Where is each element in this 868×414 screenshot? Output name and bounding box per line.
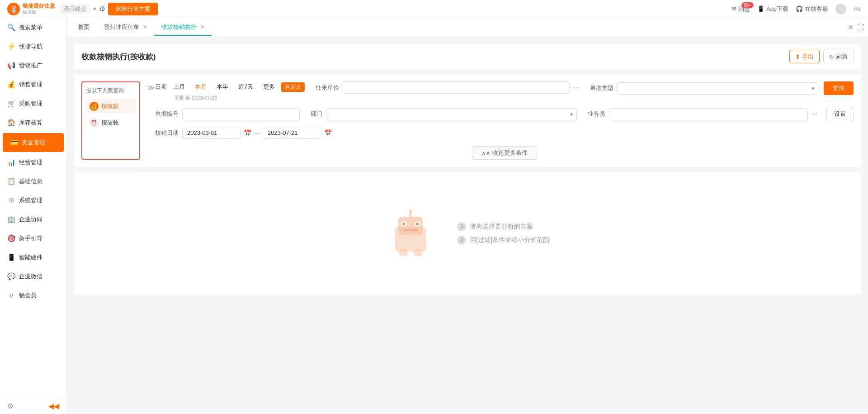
date-more[interactable]: 更多 [259, 81, 278, 92]
online-service-btn[interactable]: 🎧 在线客服 [796, 5, 828, 13]
system-icon: ⚙ [7, 196, 15, 205]
sidebar-item-quick-nav[interactable]: ⚡ 快捷导航 [0, 37, 66, 56]
empty-state-container: ① 请先选择要分析的方案 ② 用[过滤]条件来缩小分析范围 [74, 172, 861, 295]
sidebar-item-search[interactable]: 🔍 搜索菜单 [0, 18, 66, 37]
app-name: 畅捷通好生意 [23, 3, 55, 9]
department-select[interactable] [326, 108, 577, 120]
message-btn[interactable]: ✉ 消息 99+ [731, 5, 750, 13]
phone-icon: 📱 [757, 5, 764, 12]
chevron-up-icon: ∧∧ [481, 150, 491, 157]
counterparty-field: 往来单位 ··· [316, 81, 579, 94]
filter-option-by-receivable[interactable]: ⏰ 按应收 [86, 115, 136, 130]
message-badge: 99+ [741, 2, 754, 8]
marketing-icon: 📢 [7, 62, 15, 70]
main-layout: 🔍 搜索菜单 ⚡ 快捷导航 📢 营销推广 💰 销售管理 🛒 采购管理 🏠 库存核… [0, 18, 868, 414]
setting-button[interactable]: 设置 [826, 107, 854, 121]
page-header: 收款核销执行(按收款) ⬆ 导出 ↻ 刷新 [74, 44, 861, 69]
date-last-month[interactable]: 上月 [170, 81, 189, 92]
sales-person-ellipsis[interactable]: ··· [811, 110, 817, 118]
empty-robot-icon [386, 209, 435, 258]
filter-sidebar: 按以下方案查询 💰 按收款 ⏰ 按应收 [81, 81, 140, 160]
tab-prepay-close[interactable]: ✕ [143, 24, 147, 30]
verify-date-end[interactable] [263, 127, 321, 139]
search-icon: 🔍 [7, 24, 15, 32]
sidebar-item-system[interactable]: ⚙ 系统管理 [0, 191, 66, 210]
query-button[interactable]: 查询 [824, 81, 854, 95]
basic-info-icon: 📋 [7, 177, 15, 186]
sidebar-item-wechat[interactable]: 💬 企业微信 [0, 267, 66, 286]
sales-person-input[interactable] [609, 108, 808, 120]
app-download-btn[interactable]: 📱 App下载 [757, 5, 788, 13]
purchase-icon: 🛒 [7, 100, 15, 108]
finance-icon: 💳 [10, 138, 18, 147]
sidebar-settings-icon[interactable]: ⚙ [7, 402, 14, 410]
sidebar-item-purchase[interactable]: 🛒 采购管理 [0, 94, 66, 113]
page-title: 收款核销执行(按收款) [81, 52, 156, 62]
filter-panel: 按以下方案查询 💰 按收款 ⏰ 按应收 ≫ [74, 74, 861, 167]
tab-prepay[interactable]: 预付冲应付单 ✕ [97, 19, 154, 36]
date-custom-badge[interactable]: 自定义 [281, 82, 305, 92]
svg-point-4 [402, 223, 405, 225]
refresh-icon: ↻ [829, 53, 834, 60]
sidebar-item-basic-info[interactable]: 📋 基础信息 [0, 172, 66, 191]
empty-tip-2: ② 用[过滤]条件来缩小分析范围 [457, 236, 549, 245]
more-conditions-btn[interactable]: ∧∧ 收起更多条件 [472, 146, 537, 160]
verify-date-end-icon[interactable]: 📅 [324, 129, 332, 137]
sidebar-collapse-icon[interactable]: ◀◀ [48, 402, 59, 410]
refresh-button[interactable]: ↻ 刷新 [823, 50, 854, 63]
user-name: Rit [854, 5, 861, 12]
department-field: 部门 ▾ [311, 108, 577, 120]
empty-tips: ① 请先选择要分析的方案 ② 用[过滤]条件来缩小分析范围 [457, 222, 549, 245]
doc-number-input[interactable] [182, 108, 300, 120]
svg-rect-7 [399, 249, 407, 256]
sidebar-bottom: ⚙ ◀◀ [0, 398, 66, 414]
counterparty-ellipsis[interactable]: ··· [573, 84, 579, 92]
sidebar-item-inventory[interactable]: 🏠 库存核算 [0, 113, 66, 132]
inventory-icon: 🏠 [7, 119, 15, 127]
filter-option-by-receipt[interactable]: 💰 按收款 [86, 99, 136, 114]
sidebar-item-finance[interactable]: 💳 资金管理 [3, 133, 64, 152]
page-actions: ⬆ 导出 ↻ 刷新 [789, 50, 854, 63]
sidebar-item-operation[interactable]: 📊 经营管理 [0, 153, 66, 172]
doc-number-label: 单据编号 [155, 110, 179, 118]
receivable-option-icon: ⏰ [90, 118, 99, 127]
top-bar: 🐰 畅捷通好生意 标准版 演示账套 ▾ ⚙ 休验行业方案 ✉ 消息 99+ 📱 … [0, 0, 868, 18]
verify-date-start-icon[interactable]: 📅 [244, 129, 251, 137]
user-avatar[interactable] [835, 4, 846, 14]
tab-bar-actions: ✕ ⛶ [848, 23, 864, 32]
sidebar-item-guide[interactable]: 🎯 新手引导 [0, 229, 66, 248]
tab-receipts[interactable]: 收款核销执行 ✕ [154, 19, 212, 36]
gear-icon[interactable]: ⚙ [99, 5, 105, 13]
tab-receipts-close[interactable]: ✕ [200, 24, 204, 30]
logo-icon: 🐰 [7, 3, 20, 15]
date-this-year[interactable]: 本年 [213, 81, 232, 92]
date-this-month[interactable]: 本月 [191, 81, 210, 92]
verify-date-start[interactable] [182, 127, 241, 139]
verify-date-range: 📅 — 📅 [182, 127, 332, 139]
top-bar-right: ✉ 消息 99+ 📱 App下载 🎧 在线客服 Rit [731, 4, 861, 14]
sidebar-item-enterprise-collab[interactable]: 🏢 企业协同 [0, 210, 66, 229]
doc-type-select[interactable] [617, 82, 818, 95]
dropdown-icon[interactable]: ▾ [93, 5, 96, 12]
company-name[interactable]: 演示账套 [60, 4, 90, 14]
receipt-option-icon: 💰 [90, 102, 99, 111]
industry-btn[interactable]: 休验行业方案 [108, 3, 158, 15]
operation-icon: 📊 [7, 158, 15, 167]
sidebar-item-sales[interactable]: 💰 销售管理 [0, 75, 66, 94]
tab-expand-action[interactable]: ⛶ [857, 24, 864, 32]
sidebar-item-smart-hw[interactable]: 📱 智能硬件 [0, 248, 66, 267]
export-button[interactable]: ⬆ 导出 [789, 50, 820, 63]
tab-home[interactable]: 首页 [71, 19, 97, 36]
verify-date-label: 核销日期 [155, 129, 179, 137]
sidebar-item-member[interactable]: V 畅会员 [0, 286, 66, 305]
empty-state: ① 请先选择要分析的方案 ② 用[过滤]条件来缩小分析范围 [74, 209, 861, 258]
date-sub-text: 不限 至 2023-07-26 [174, 95, 217, 100]
counterparty-input[interactable] [343, 81, 570, 94]
export-icon: ⬆ [795, 53, 800, 60]
tab-bar: 首页 预付冲应付单 ✕ 收款核销执行 ✕ ✕ ⛶ [67, 18, 868, 37]
collapse-filter-btn[interactable]: ≫ [147, 83, 155, 92]
date-7days[interactable]: 近7天 [235, 81, 257, 92]
sidebar-item-marketing[interactable]: 📢 营销推广 [0, 56, 66, 75]
tab-close-action[interactable]: ✕ [848, 23, 854, 32]
tip-num-2: ② [457, 236, 466, 245]
